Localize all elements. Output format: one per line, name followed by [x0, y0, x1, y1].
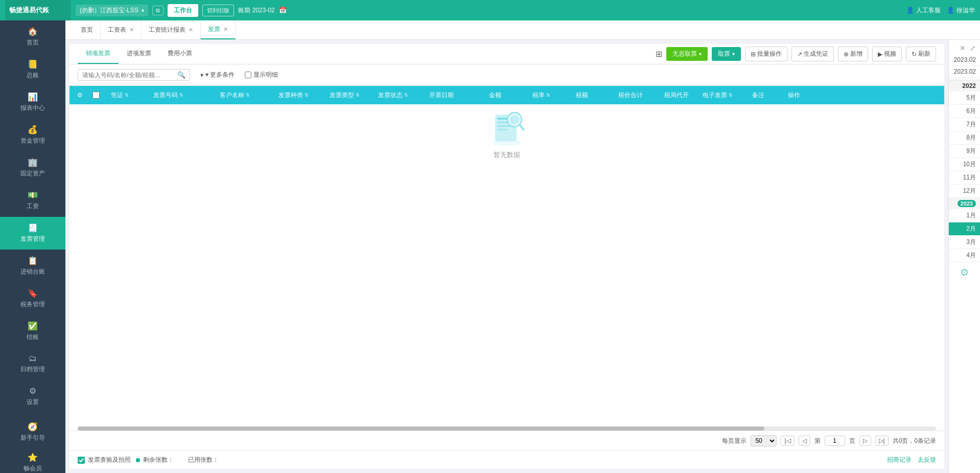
sidebar-item-archive[interactable]: 🗂 归档管理: [0, 348, 65, 380]
logo-text: 畅捷通易代账: [9, 6, 49, 15]
sidebar-item-ledger[interactable]: 📒 总账: [0, 53, 65, 86]
new-label: 新增: [850, 50, 862, 58]
user-item[interactable]: 👤 徐溢华: [947, 6, 975, 15]
date-entry-2023-02-first[interactable]: 2023.02: [949, 54, 980, 66]
first-page-button[interactable]: |◁: [781, 436, 794, 446]
tab-home[interactable]: 首页: [74, 20, 101, 39]
next-page-button[interactable]: ▷: [859, 436, 871, 446]
col-electronic[interactable]: 电子发票 ⇅: [697, 91, 738, 100]
sub-tab-sales[interactable]: 销项发票: [78, 44, 119, 64]
col-total[interactable]: 税价合计: [605, 91, 656, 100]
svg-point-7: [510, 115, 519, 124]
col-amount[interactable]: 金额: [467, 91, 523, 100]
month-2022-09[interactable]: 9月: [949, 145, 980, 158]
show-detail-check[interactable]: [245, 72, 251, 78]
page-input[interactable]: [825, 436, 845, 446]
sub-tab-purchase[interactable]: 进项发票: [119, 44, 159, 64]
scroll-bar-area[interactable]: [78, 426, 936, 431]
tab-payroll-table[interactable]: 工资表 ✕: [101, 20, 142, 39]
col-date[interactable]: 开票日期: [416, 91, 467, 100]
tab-payroll-stats[interactable]: 工资统计报表 ✕: [142, 20, 201, 39]
per-page-select[interactable]: 50 10 20 100: [751, 435, 777, 446]
year-2023-header[interactable]: 2023: [949, 198, 980, 209]
month-2022-08[interactable]: 8月: [949, 131, 980, 145]
refresh-button[interactable]: ↻ 刷新: [906, 47, 936, 61]
batch-ops-button[interactable]: ⊞ 批量操作: [745, 47, 787, 61]
col-status[interactable]: 发票状态 ⇅: [370, 91, 416, 100]
expand-icon[interactable]: ⊙: [961, 266, 968, 278]
grid-settings-icon[interactable]: ⊞: [656, 49, 662, 59]
cancel-ticket-button[interactable]: 取票 ▾: [712, 47, 741, 61]
content-area: 首页 工资表 ✕ 工资统计报表 ✕ 发票 ✕: [65, 20, 980, 473]
right-expand-button[interactable]: ⤢: [970, 44, 976, 52]
video-button[interactable]: ▶ 视频: [872, 47, 902, 61]
sidebar-item-invoice[interactable]: 🧾 发票管理: [0, 217, 65, 250]
sidebar-item-guide[interactable]: 🧭 新手引导: [0, 417, 65, 447]
year-2022-header[interactable]: 2022: [949, 80, 980, 92]
period-calendar-icon[interactable]: 📅: [279, 7, 287, 14]
prev-page-button[interactable]: ◁: [799, 436, 810, 446]
remaining-dot: [136, 458, 140, 462]
filter-button[interactable]: ▾ ▾ 更多条件: [196, 69, 239, 81]
month-2023-01[interactable]: 1月: [949, 209, 980, 222]
last-page-button[interactable]: ▷|: [875, 436, 889, 446]
col-invoice-category[interactable]: 发票类型 ⇅: [319, 91, 370, 100]
used-label: 已用张数：: [188, 456, 219, 464]
generate-voucher-button[interactable]: ↗ 生成凭证: [791, 47, 834, 61]
tab-invoice[interactable]: 发票 ✕: [201, 20, 236, 39]
col-tax-code[interactable]: 税局代开: [656, 91, 697, 100]
month-2022-06[interactable]: 6月: [949, 105, 980, 118]
feedback-link[interactable]: 去反馈: [918, 456, 936, 464]
sidebar-item-tax[interactable]: 🔖 税务管理: [0, 282, 65, 315]
month-2023-02[interactable]: 2月: [949, 222, 980, 236]
scroll-bar-thumb[interactable]: [78, 426, 764, 431]
sidebar-item-member[interactable]: ⭐ 畅会员: [0, 447, 65, 473]
tab-payroll-stats-close[interactable]: ✕: [189, 27, 193, 33]
month-2023-03[interactable]: 3月: [949, 236, 980, 249]
sidebar-item-assets[interactable]: 🏢 固定资产: [0, 151, 65, 184]
tab-invoice-close[interactable]: ✕: [223, 26, 228, 33]
month-2023-04[interactable]: 4月: [949, 249, 980, 262]
date-value-first: 2023.02: [954, 56, 976, 63]
sidebar-item-settings[interactable]: ⚙ 设置: [0, 380, 65, 413]
col-tax[interactable]: 税额: [559, 91, 605, 100]
col-invoice-no[interactable]: 发票号码 ⇅: [135, 91, 201, 100]
sub-tab-expense[interactable]: 费用小票: [159, 44, 200, 64]
show-detail-checkbox[interactable]: 显示明细: [245, 71, 278, 79]
logo-area[interactable]: 畅捷通易代账: [5, 0, 71, 20]
sidebar-item-home[interactable]: 🏠 首页: [0, 20, 65, 53]
sidebar-label-settings: 设置: [27, 398, 39, 407]
sidebar-item-closing[interactable]: ✅ 结账: [0, 315, 65, 348]
month-2022-05[interactable]: 5月: [949, 92, 980, 105]
date-entry-2023-02-second[interactable]: 2023.02: [949, 66, 980, 78]
no-cancel-ticket-button[interactable]: 无息取票 ▾: [666, 47, 708, 61]
col-settings[interactable]: ⚙: [72, 92, 88, 99]
month-2022-11[interactable]: 11月: [949, 171, 980, 185]
sidebar-item-funds[interactable]: 💰 资金管理: [0, 119, 65, 151]
company-selector[interactable]: (勿删）江西股宝-LSS ▾: [76, 5, 148, 16]
join-link[interactable]: 招商记录: [887, 456, 912, 464]
sidebar-item-reports[interactable]: 📊 报表中心: [0, 86, 65, 119]
col-remark[interactable]: 备注: [738, 91, 779, 100]
tab-payroll-table-close[interactable]: ✕: [129, 27, 134, 33]
month-2022-07[interactable]: 7月: [949, 118, 980, 131]
right-panel-bottom-icon[interactable]: ⊙: [949, 262, 980, 282]
reports-icon: 📊: [28, 92, 38, 102]
col-check[interactable]: [88, 92, 104, 99]
col-tax-rate[interactable]: 税率 ⇅: [523, 91, 559, 100]
workspace-button[interactable]: 工作台: [168, 4, 198, 17]
switch-button[interactable]: 切到旧版: [202, 5, 234, 16]
month-2022-10[interactable]: 10月: [949, 158, 980, 171]
select-all-checkbox[interactable]: [92, 92, 100, 99]
right-close-button[interactable]: ✕: [960, 44, 966, 52]
month-2022-12[interactable]: 12月: [949, 185, 980, 198]
support-item[interactable]: 👤 人工客服: [906, 6, 941, 15]
sidebar-item-purchase[interactable]: 📋 进销台账: [0, 250, 65, 282]
search-input[interactable]: [82, 72, 177, 79]
new-button[interactable]: ⊕ 新增: [838, 47, 868, 61]
sidebar-item-payroll[interactable]: 💵 工资: [0, 184, 65, 217]
col-invoice-type[interactable]: 发票种类 ⇅: [268, 91, 319, 100]
copy-button[interactable]: ⧉: [152, 6, 164, 15]
col-voucher[interactable]: 凭证 ⇅: [104, 91, 135, 100]
col-customer[interactable]: 客户名称 ⇅: [201, 91, 268, 100]
